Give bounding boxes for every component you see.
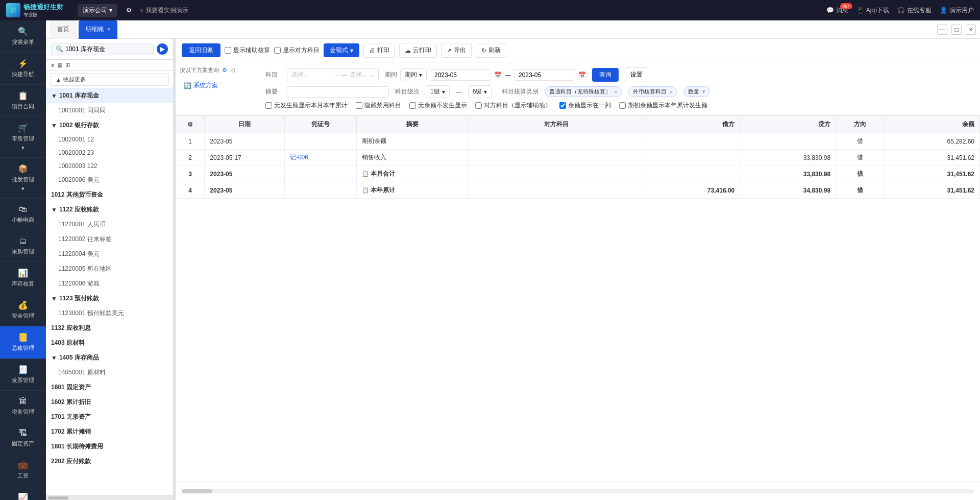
restore-button[interactable]: — <box>937 25 947 35</box>
account-nav-button[interactable]: ▶ <box>157 43 168 55</box>
back-to-old-button[interactable]: 返回旧账 <box>182 43 220 57</box>
horizontal-scrollbar[interactable] <box>182 489 974 493</box>
refresh-button[interactable]: ↻ 刷新 <box>476 43 506 58</box>
account-item-11220001[interactable]: 11220001 人民币 <box>46 217 173 232</box>
sidebar-item-operation[interactable]: 📈 经营管理 <box>0 486 46 500</box>
online-service-button[interactable]: 🎧 在线客服 <box>897 6 932 15</box>
account-item-1702[interactable]: 1702 累计摊销 <box>46 424 173 439</box>
summary-input[interactable] <box>287 86 389 98</box>
level-to-select[interactable]: 6级 ▾ <box>468 85 492 98</box>
show-counterpart-filter-checkbox-area[interactable]: 对方科目（显示辅助项） <box>475 101 551 110</box>
account-item-14050001[interactable]: 14050001 原材料 <box>46 365 173 380</box>
account-item-11220006[interactable]: 11220006 游戏 <box>46 276 173 291</box>
calendar-icon[interactable]: 📅 <box>578 72 586 79</box>
sidebar-item-retail[interactable]: 🛒 零售管理 ▾ <box>0 117 46 158</box>
account-item-1132[interactable]: 1132 应收利息 <box>46 321 173 336</box>
message-button[interactable]: 💬 消息 99+ <box>826 6 848 15</box>
col-settings[interactable]: ⚙ <box>176 116 205 133</box>
sidebar-item-project[interactable]: 📋 项目合同 <box>0 85 46 117</box>
account-item-10010001[interactable]: 10010001 同同同 <box>46 103 173 118</box>
level-from-select[interactable]: 1级 ▾ <box>426 85 450 98</box>
no-occurrence-checkbox[interactable] <box>265 102 272 109</box>
period-mode-select[interactable]: 期间 ▾ <box>400 68 427 81</box>
voucher-link-2[interactable]: 记-006 <box>290 154 308 161</box>
period-end-input[interactable] <box>514 69 575 81</box>
account-item-1123[interactable]: ▼ 1123 预付账款 <box>46 291 173 306</box>
account-item-1801[interactable]: 1801 长期待摊费用 <box>46 439 173 454</box>
show-counterpart-filter-checkbox[interactable] <box>475 102 482 109</box>
company-selector[interactable]: 演示公司 ▾ <box>78 4 117 17</box>
maximize-button[interactable]: □ <box>951 25 962 35</box>
subject-input-area[interactable]: 选择... ··· — 选择... ··· <box>287 68 379 81</box>
tab-detail[interactable]: 明细账 × <box>79 20 117 39</box>
print-button[interactable]: 🖨 打印 <box>363 43 395 58</box>
account-item-1602[interactable]: 1602 累计折旧 <box>46 395 173 410</box>
remove-tag-3-button[interactable]: ▾ <box>702 88 705 95</box>
row-date-3: 2023-05 <box>205 166 285 182</box>
account-item-11220005[interactable]: 11220005 所在地区 <box>46 261 173 276</box>
hide-disabled-checkbox[interactable] <box>356 102 362 109</box>
remove-tag-2-button[interactable]: × <box>670 89 673 95</box>
account-item-1012[interactable]: 1012 其他货币资金 <box>46 187 173 202</box>
sidebar-item-ecommerce[interactable]: 🛍 小畅电商 <box>0 199 46 230</box>
account-item-1122[interactable]: ▼ 1122 应收账款 <box>46 202 173 217</box>
row-seq-1: 1 <box>176 133 205 150</box>
no-balance-checkbox[interactable] <box>409 102 416 109</box>
account-item-1405[interactable]: ▼ 1405 库存商品 <box>46 350 173 365</box>
account-item-11230001[interactable]: 11230001 预付账款美元 <box>46 306 173 321</box>
show-balance-col-checkbox-area[interactable]: 余额显示在一列 <box>559 101 611 110</box>
export-button[interactable]: ↗ 导出 <box>441 43 472 58</box>
sidebar-item-quick-nav[interactable]: ⚡ 快捷导航 <box>0 53 46 85</box>
account-item-11220004[interactable]: 11220004 美元 <box>46 247 173 261</box>
account-scrollbar[interactable] <box>46 495 173 500</box>
account-item-1601[interactable]: 1601 固定资产 <box>46 380 173 395</box>
calendar-icon[interactable]: 📅 <box>494 72 502 79</box>
amount-mode-button[interactable]: 金额式 ▾ <box>324 43 359 57</box>
account-item-11220002[interactable]: 11220002 往来标签 <box>46 232 173 247</box>
collapse-button[interactable]: ▲ 收起更多 <box>50 73 169 86</box>
show-balance-col-checkbox[interactable] <box>559 102 566 109</box>
sidebar-item-ledger[interactable]: 📒 总账管理 <box>0 326 46 359</box>
period-beginning-checkbox-area[interactable]: 期初余额显示本年累计发生额 <box>619 101 707 110</box>
period-start-input[interactable] <box>430 69 491 81</box>
account-item-1701[interactable]: 1701 无形资产 <box>46 410 173 424</box>
sidebar-item-wholesale[interactable]: 📦 批发管理 ▾ <box>0 158 46 199</box>
account-item-10020006[interactable]: 10020006 美元 <box>46 173 173 187</box>
sidebar-item-inventory[interactable]: 📊 库存核算 <box>0 262 46 294</box>
settings-button[interactable]: ⚙ <box>121 3 136 17</box>
sidebar-item-search[interactable]: 🔍 搜索菜单 <box>0 20 46 53</box>
sidebar-item-tax[interactable]: 🏛 税务管理 <box>0 391 46 422</box>
sidebar-item-invoice[interactable]: 🧾 发票管理 <box>0 359 46 391</box>
tab-close-button[interactable]: × <box>107 27 110 32</box>
account-item-10020001[interactable]: 10020001 12 <box>46 133 173 146</box>
show-aux-checkbox[interactable] <box>225 47 231 54</box>
sidebar-item-fixed-assets[interactable]: 🏗 固定资产 <box>0 422 46 454</box>
demo-button[interactable]: ○ 我要看实例演示 <box>140 6 188 15</box>
scheme-system[interactable]: 🔄 系统方案 <box>180 78 253 93</box>
account-item-10020002[interactable]: 10020002 23 <box>46 146 173 159</box>
no-balance-checkbox-area[interactable]: 无余额不发生显示 <box>409 101 467 110</box>
close-window-button[interactable]: × <box>966 25 976 35</box>
search-button[interactable]: 查询 <box>592 68 619 82</box>
sidebar-item-salary[interactable]: 💼 工资 <box>0 454 46 486</box>
app-download-button[interactable]: 📱 App下载 <box>856 6 889 15</box>
show-counterpart-checkbox-area[interactable]: 显示对方科目 <box>274 46 320 55</box>
setting-button[interactable]: 设置 <box>625 67 648 82</box>
cloud-print-button[interactable]: ☁ 云打印 <box>399 43 437 58</box>
account-item-2202[interactable]: 2202 应付账款 <box>46 454 173 469</box>
account-item-1001[interactable]: ▼ 1001 库存现金 <box>46 88 173 103</box>
account-item-10020003[interactable]: 10020003 122 <box>46 159 173 173</box>
show-aux-checkbox-area[interactable]: 显示辅助核算 <box>225 46 270 55</box>
account-item-1002[interactable]: ▼ 1002 银行存款 <box>46 118 173 133</box>
user-menu[interactable]: 👤 演示用户 <box>940 6 974 15</box>
no-occurrence-checkbox-area[interactable]: 无发生额显示本月本年累计 <box>265 101 348 110</box>
sidebar-item-finance[interactable]: 💰 资金管理 <box>0 294 46 326</box>
hide-disabled-checkbox-area[interactable]: 隐藏禁用科目 <box>356 101 401 110</box>
tab-home[interactable]: 首页 <box>50 20 77 39</box>
sidebar-item-purchase[interactable]: 🗂 采购管理 <box>0 230 46 262</box>
remove-tag-1-button[interactable]: × <box>614 89 617 95</box>
show-counterpart-checkbox[interactable] <box>274 47 281 54</box>
period-beginning-checkbox[interactable] <box>619 102 626 109</box>
account-item-1403[interactable]: 1403 原材料 <box>46 336 173 350</box>
account-search-input[interactable] <box>65 45 149 53</box>
